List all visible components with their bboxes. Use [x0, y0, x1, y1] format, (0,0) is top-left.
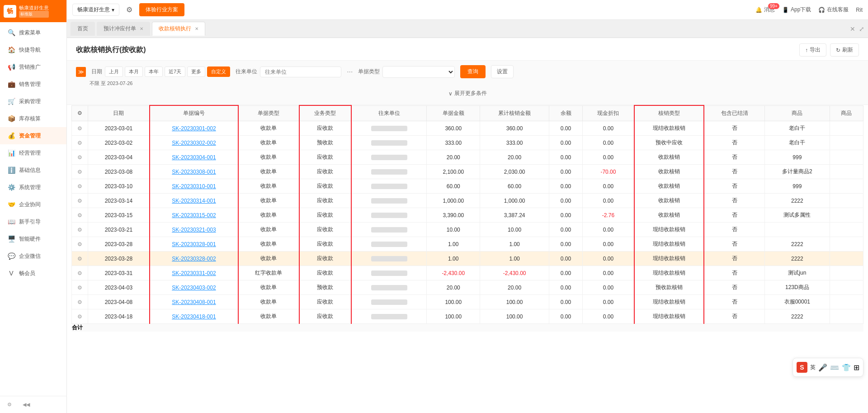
tab-home[interactable]: 首页 — [71, 22, 95, 36]
sidebar-settings-btn[interactable]: ⚙ — [4, 400, 15, 409]
bill-no-link[interactable]: SK-20230418-001 — [172, 313, 216, 320]
sidebar-item-purchase[interactable]: 🛒 采购管理 — [0, 93, 66, 110]
row-product2 — [830, 280, 863, 295]
sidebar-item-finance[interactable]: 💰 资金管理 — [0, 127, 66, 144]
total-include — [704, 324, 764, 332]
filter-settings-button[interactable]: 设置 — [491, 65, 514, 78]
bill-no-link[interactable]: SK-20230328-001 — [172, 241, 216, 247]
row-gear[interactable]: ⚙ — [72, 266, 88, 280]
row-date: 2023-04-08 — [88, 295, 150, 309]
date-btn-more[interactable]: 更多 — [187, 66, 205, 77]
date-btn-custom[interactable]: 自定义 — [207, 66, 230, 77]
row-gear[interactable]: ⚙ — [72, 194, 88, 208]
tab-close-icon[interactable]: ✕ — [140, 26, 143, 31]
sidebar-collapse-btn[interactable]: ◀◀ — [19, 400, 33, 409]
tab-close-icon[interactable]: ✕ — [195, 26, 198, 31]
bill-no-link[interactable]: SK-20230301-002 — [172, 125, 216, 132]
sidebar-item-basic[interactable]: ℹ️ 基础信息 — [0, 161, 66, 179]
row-product1: 衣服00001 — [764, 295, 830, 309]
row-gear[interactable]: ⚙ — [72, 237, 88, 252]
more-filters-btn[interactable]: ··· — [347, 68, 353, 76]
expand-more-btn[interactable]: ∨ 展开更多条件 — [448, 90, 487, 97]
solution-button[interactable]: 体验行业方案 — [139, 3, 184, 16]
keyboard-icon[interactable]: ⌨️ — [830, 363, 839, 372]
sidebar-item-hardware[interactable]: 🖥️ 智能硬件 — [0, 230, 66, 247]
sidebar-item-search[interactable]: 🔍 搜索菜单 — [0, 24, 66, 41]
user-name[interactable]: Rit — [856, 7, 863, 13]
row-gear[interactable]: ⚙ — [72, 295, 88, 309]
filter-bill-type-item: 单据类型 — [358, 66, 455, 78]
row-gear[interactable]: ⚙ — [72, 165, 88, 179]
topbar-left: 畅康道好生意 ▾ ⚙ 体验行业方案 — [72, 3, 750, 16]
filter-bar: ≫ 日期 上月 本月 本年 近7天 更多 自定义 往来单位 · — [67, 61, 868, 105]
row-cash-discount: 0.00 — [583, 295, 634, 309]
date-btn-7days[interactable]: 近7天 — [165, 66, 185, 77]
row-writeoff-type: 现结收款核销 — [634, 295, 704, 309]
row-product2 — [830, 295, 863, 309]
row-product1: 2222 — [764, 252, 830, 266]
date-btn-this-year[interactable]: 本年 — [145, 66, 163, 77]
bill-no-link[interactable]: SK-20230304-001 — [172, 154, 216, 161]
filter-toggle-btn[interactable]: ≫ — [76, 67, 86, 77]
row-gear[interactable]: ⚙ — [72, 252, 88, 266]
bill-no-link[interactable]: SK-20230403-002 — [172, 285, 216, 291]
messages-btn[interactable]: 🔔 消息 99+ — [755, 6, 775, 14]
bill-no-link[interactable]: SK-20230408-001 — [172, 299, 216, 305]
row-gear[interactable]: ⚙ — [72, 136, 88, 150]
bill-no-link[interactable]: SK-20230314-001 — [172, 198, 216, 204]
row-gear[interactable]: ⚙ — [72, 208, 88, 223]
bill-no-link[interactable]: SK-20230302-002 — [172, 140, 216, 146]
sidebar-item-system[interactable]: ⚙️ 系统管理 — [0, 179, 66, 196]
online-service-btn[interactable]: 🎧 在线客服 — [818, 6, 849, 14]
shirt-icon: 👕 — [842, 363, 851, 372]
tab-close-all-btn[interactable]: ✕ — [850, 25, 855, 33]
tab-maximize-btn[interactable]: ⤢ — [859, 25, 864, 33]
tab-advance-payment[interactable]: 预计冲应付单 ✕ — [97, 22, 150, 36]
sidebar-item-member[interactable]: V 畅会员 — [0, 265, 66, 282]
bill-no-link[interactable]: SK-20230328-002 — [172, 256, 216, 262]
row-balance: 0.00 — [549, 179, 583, 194]
row-product1: 123D商品 — [764, 280, 830, 295]
sidebar-item-inventory[interactable]: 📦 库存核算 — [0, 110, 66, 127]
row-gear[interactable]: ⚙ — [72, 280, 88, 295]
row-gear[interactable]: ⚙ — [72, 179, 88, 194]
chart-icon: 📊 — [7, 149, 15, 157]
row-writeoff-type: 现结收款核销 — [634, 252, 704, 266]
bill-no-link[interactable]: SK-20230310-001 — [172, 183, 216, 190]
row-bill-no: SK-20230403-002 — [150, 280, 238, 295]
bill-no-link[interactable]: SK-20230308-001 — [172, 169, 216, 175]
sidebar-item-enterprise[interactable]: 🤝 企业协同 — [0, 196, 66, 213]
bill-no-link[interactable]: SK-20230315-002 — [172, 212, 216, 218]
tabbar-right: ✕ ⤢ — [850, 25, 864, 33]
mic-icon[interactable]: 🎤 — [818, 363, 827, 372]
row-bill-amount: 20.00 — [427, 280, 480, 295]
sidebar-item-marketing[interactable]: 📢 营销推广 — [0, 58, 66, 76]
counterparty-input[interactable] — [260, 66, 341, 77]
sidebar-item-operation[interactable]: 📊 经营管理 — [0, 144, 66, 161]
table-row: ⚙ 2023-04-08 SK-20230408-001 收款单 应收款 100… — [72, 295, 863, 309]
col-gear[interactable]: ⚙ — [72, 105, 88, 121]
row-gear[interactable]: ⚙ — [72, 121, 88, 136]
sidebar-item-guide[interactable]: 📖 新手引导 — [0, 213, 66, 230]
query-button[interactable]: 查询 — [460, 65, 486, 78]
bill-type-select[interactable] — [382, 66, 455, 78]
messages-badge: 99+ — [768, 3, 779, 9]
company-dropdown[interactable]: 畅康道好生意 ▾ — [72, 4, 119, 16]
bill-no-link[interactable]: SK-20230321-003 — [172, 227, 216, 233]
sidebar-item-wechat[interactable]: 💬 企业微信 — [0, 247, 66, 265]
row-gear[interactable]: ⚙ — [72, 150, 88, 165]
app-download-btn[interactable]: 📱 App下载 — [782, 6, 811, 14]
row-gear[interactable]: ⚙ — [72, 223, 88, 237]
export-button[interactable]: ↑ 导出 — [799, 43, 826, 57]
date-btn-last-month[interactable]: 上月 — [105, 66, 123, 77]
bill-no-link[interactable]: SK-20230331-002 — [172, 270, 216, 276]
refresh-button[interactable]: ↻ 刷新 — [830, 43, 859, 57]
settings-icon[interactable]: ⚙ — [123, 4, 136, 16]
date-btn-this-month[interactable]: 本月 — [125, 66, 143, 77]
sidebar: 畅 畅康道好生意 标推版 🔍 搜索菜单 🏠 快捷导航 📢 营销推广 💼 销售管理… — [0, 0, 67, 413]
tab-receipt-writeoff[interactable]: 收款核销执行 ✕ — [152, 22, 205, 36]
box-icon: 📦 — [7, 114, 15, 123]
sidebar-item-sales[interactable]: 💼 销售管理 — [0, 76, 66, 93]
sidebar-item-quick-nav[interactable]: 🏠 快捷导航 — [0, 41, 66, 58]
row-gear[interactable]: ⚙ — [72, 309, 88, 324]
